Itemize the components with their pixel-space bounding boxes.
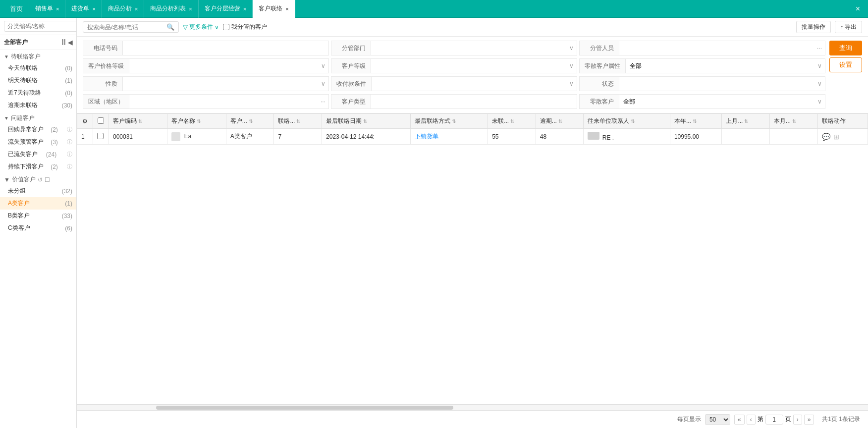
region-input[interactable] xyxy=(129,98,318,105)
customer-type-input[interactable] xyxy=(371,98,577,105)
name-sort-icon[interactable]: ⇅ xyxy=(197,118,201,124)
sidebar-collapse-icon[interactable]: ◀ xyxy=(68,39,72,46)
code-sort-icon[interactable]: ⇅ xyxy=(138,118,142,124)
retail-attr-input[interactable] xyxy=(626,62,814,69)
retail-customer-input[interactable] xyxy=(619,98,814,105)
region-dots-icon[interactable]: ··· xyxy=(318,98,328,105)
close-analysis-tab[interactable]: × xyxy=(135,6,138,12)
last-date-sort-icon[interactable]: ⇅ xyxy=(363,118,367,124)
dept-input[interactable] xyxy=(371,45,566,52)
manager-dots-icon[interactable]: ··· xyxy=(814,45,825,52)
th-settings[interactable]: ⚙ xyxy=(77,114,93,129)
more-filters-btn[interactable]: ▽ 更多条件 ∨ xyxy=(183,23,219,31)
pending-contact-group[interactable]: ▼ 待联络客户 xyxy=(0,50,76,62)
status-input[interactable] xyxy=(619,80,814,87)
not-contacted-sort-icon[interactable]: ⇅ xyxy=(510,118,514,124)
sidebar-item-unclassified[interactable]: 未分组 (32) xyxy=(0,185,76,197)
contacts-avatar xyxy=(588,132,599,140)
close-customer-mgmt-tab[interactable]: × xyxy=(243,6,246,12)
sidebar-item-tomorrow[interactable]: 明天待联络 (1) xyxy=(0,74,76,87)
horizontal-scrollbar[interactable] xyxy=(77,404,868,410)
chat-icon[interactable]: 💬 xyxy=(822,133,830,141)
sidebar-item-c-class[interactable]: C类客户 (6) xyxy=(0,222,76,234)
value-add-icon[interactable]: ☐ xyxy=(45,176,50,183)
filter-search-icon[interactable]: 🔍 xyxy=(166,23,174,31)
close-purchase-tab[interactable]: × xyxy=(92,6,95,12)
value-refresh-icon[interactable]: ↺ xyxy=(38,176,43,183)
nav-tab-purchase[interactable]: 进货单 × xyxy=(65,0,102,18)
page-input[interactable] xyxy=(765,415,783,425)
price-grade-arrow[interactable]: ∨ xyxy=(318,62,328,69)
sidebar-item-repurchase[interactable]: 回购异常客户 (2) ⓘ xyxy=(0,123,76,136)
nav-tab-customer-contact[interactable]: 客户联络 × xyxy=(253,0,295,18)
first-page-btn[interactable]: « xyxy=(734,415,745,425)
nature-arrow[interactable]: ∨ xyxy=(318,80,328,87)
contact-sort-icon[interactable]: ⇅ xyxy=(296,118,300,124)
sidebar-item-churned[interactable]: 已流失客户 (24) ⓘ xyxy=(0,148,76,160)
payment-input[interactable] xyxy=(372,80,566,87)
row-checkbox[interactable] xyxy=(97,133,104,139)
setup-button[interactable]: 设置 xyxy=(829,57,862,72)
batch-operation-btn[interactable]: 批量操作 xyxy=(796,21,831,33)
status-arrow[interactable]: ∨ xyxy=(814,80,825,87)
retail-attr-field: 零散客户属性 ∨ xyxy=(579,58,825,73)
customer-grade-arrow[interactable]: ∨ xyxy=(566,62,577,69)
sidebar-search-input[interactable] xyxy=(4,21,77,32)
sidebar-item-declining[interactable]: 持续下滑客户 (2) ⓘ xyxy=(0,160,76,173)
filter-search-input[interactable] xyxy=(87,24,166,31)
per-page-select[interactable]: 50 100 200 xyxy=(705,414,730,425)
row-this-year: 10995.00 xyxy=(670,129,721,145)
sidebar-item-overdue[interactable]: 逾期未联络 (30) xyxy=(0,99,76,111)
retail-customer-arrow[interactable]: ∨ xyxy=(814,98,825,105)
customer-grade-input[interactable] xyxy=(371,62,566,69)
export-btn[interactable]: ↑ 导出 xyxy=(835,21,862,33)
price-grade-input[interactable] xyxy=(129,62,318,69)
last-way-sort-icon[interactable]: ⇅ xyxy=(452,118,456,124)
my-customers-checkbox[interactable] xyxy=(223,24,229,30)
last-month-sort-icon[interactable]: ⇅ xyxy=(744,118,748,124)
contacts-sort-icon[interactable]: ⇅ xyxy=(631,118,635,124)
page-label: 第 xyxy=(758,415,763,424)
sidebar-item-churn-warning[interactable]: 流失预警客户 (3) ⓘ xyxy=(0,136,76,148)
customer-type-sort-icon[interactable]: ⇅ xyxy=(249,118,253,124)
row-last-date: 2023-04-12 14:44: xyxy=(322,129,411,145)
sidebar-item-a-class[interactable]: A类客户 (1) xyxy=(0,197,76,210)
close-customer-contact-tab[interactable]: × xyxy=(285,6,288,12)
overdue-sort-icon[interactable]: ⇅ xyxy=(558,118,562,124)
th-name-label: 客户名称 xyxy=(171,117,195,124)
scrollbar-thumb[interactable] xyxy=(156,406,453,410)
payment-arrow[interactable]: ∨ xyxy=(566,80,577,87)
nature-input[interactable] xyxy=(123,80,318,87)
churned-info-icon: ⓘ xyxy=(67,151,72,158)
sidebar-item-b-class[interactable]: B类客户 (33) xyxy=(0,210,76,222)
customer-type-field: 客户类型 xyxy=(331,94,577,109)
nav-tab-customer-mgmt[interactable]: 客户分层经营 × xyxy=(199,0,253,18)
retail-attr-arrow[interactable]: ∨ xyxy=(814,62,825,69)
this-month-sort-icon[interactable]: ⇅ xyxy=(792,118,796,124)
dept-dropdown-icon[interactable]: ∨ xyxy=(566,45,577,52)
all-customers-header[interactable]: 全部客户 ⠿ ◀ xyxy=(0,35,76,50)
sidebar-item-week[interactable]: 近7天待联络 (0) xyxy=(0,87,76,99)
problem-customers-group[interactable]: ▼ 问题客户 xyxy=(0,111,76,123)
select-all-checkbox[interactable] xyxy=(98,117,104,124)
qr-icon[interactable]: ⊞ xyxy=(833,133,839,141)
sidebar-item-today[interactable]: 今天待联络 (0) xyxy=(0,62,76,74)
nav-tab-sales[interactable]: 销售单 × xyxy=(29,0,65,18)
prev-page-btn[interactable]: ‹ xyxy=(747,415,756,425)
close-analysis-list-tab[interactable]: × xyxy=(189,6,192,12)
value-customers-group[interactable]: ▼ 价值客户 ↺ ☐ xyxy=(0,173,76,185)
close-sales-tab[interactable]: × xyxy=(56,6,59,12)
export-icon: ↑ xyxy=(840,24,843,31)
next-page-btn[interactable]: › xyxy=(793,415,802,425)
nav-tab-analysis[interactable]: 商品分析 × xyxy=(102,0,144,18)
last-page-btn[interactable]: » xyxy=(804,415,814,425)
manager-input[interactable] xyxy=(619,45,814,52)
last-way-link[interactable]: 下销货单 xyxy=(415,133,438,140)
phone-input[interactable] xyxy=(123,45,328,52)
nav-home[interactable]: 首页 xyxy=(4,0,29,18)
window-close-button[interactable]: × xyxy=(852,4,864,13)
nav-tab-analysis-list[interactable]: 商品分析列表 × xyxy=(144,0,198,18)
this-year-sort-icon[interactable]: ⇅ xyxy=(693,118,697,124)
query-button[interactable]: 查询 xyxy=(829,41,862,55)
sidebar-dots-icon[interactable]: ⠿ xyxy=(61,39,66,47)
